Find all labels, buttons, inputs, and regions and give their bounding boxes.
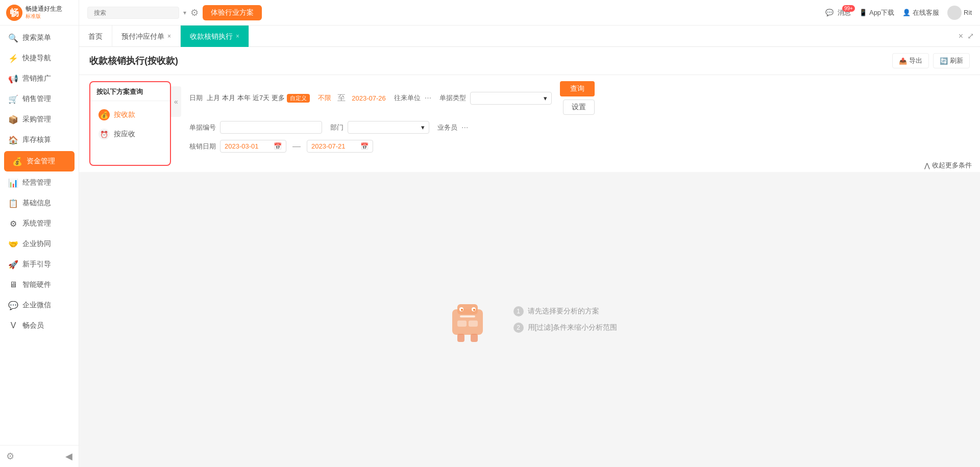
tip-text-2: 用[过滤]条件来缩小分析范围 bbox=[528, 323, 618, 332]
sidebar-item-11[interactable]: 🚀新手引导 bbox=[0, 254, 79, 275]
dept-field: 部门 ▾ bbox=[330, 121, 429, 134]
svg-point-5 bbox=[473, 309, 475, 311]
date-current-label: 2023-07-26 bbox=[352, 94, 386, 102]
sidebar-item-14[interactable]: V畅会员 bbox=[0, 315, 79, 336]
online-service-button[interactable]: 👤 在线客服 bbox=[902, 8, 939, 17]
sidebar-item-1[interactable]: ⚡快捷导航 bbox=[0, 48, 79, 68]
expand-icon[interactable]: ⤢ bbox=[967, 31, 974, 41]
app-edition: 标准版 bbox=[26, 13, 62, 20]
tab-receivable[interactable]: 收款核销执行 × bbox=[181, 26, 249, 47]
dept-label: 部门 bbox=[330, 123, 344, 132]
date-field: 日期 上月 本月 本年 近7天 更多 自定义 bbox=[189, 93, 310, 103]
sidebar-item-label-11: 新手引导 bbox=[22, 260, 51, 269]
solution-button[interactable]: 体验行业方案 bbox=[203, 5, 262, 20]
sidebar-item-9[interactable]: ⚙系统管理 bbox=[0, 213, 79, 234]
verify-date-end-value: 2023-07-21 bbox=[311, 142, 346, 150]
page-title: 收款核销执行(按收款) bbox=[89, 55, 178, 73]
sidebar-item-0[interactable]: 🔍搜索菜单 bbox=[0, 28, 79, 48]
sidebar-item-13[interactable]: 💬企业微信 bbox=[0, 295, 79, 315]
sidebar-item-label-9: 系统管理 bbox=[22, 219, 51, 228]
collapse-sidebar-icon[interactable]: ◀ bbox=[65, 451, 72, 462]
username: Rit bbox=[964, 9, 972, 16]
refresh-button[interactable]: 🔄 刷新 bbox=[933, 53, 970, 68]
sidebar-item-4[interactable]: 📦采购管理 bbox=[0, 109, 79, 130]
user-profile[interactable]: Rit bbox=[947, 6, 972, 20]
this-year-link[interactable]: 本年 bbox=[237, 93, 251, 103]
sidebar-item-icon-1: ⚡ bbox=[8, 53, 18, 63]
sidebar-item-icon-9: ⚙ bbox=[8, 218, 18, 229]
staff-ellipsis[interactable]: ··· bbox=[461, 123, 468, 132]
gear-icon[interactable]: ⚙ bbox=[190, 7, 199, 18]
this-month-link[interactable]: 本月 bbox=[222, 93, 235, 103]
empty-tip-2: 2 用[过滤]条件来缩小分析范围 bbox=[513, 323, 618, 333]
message-badge: 99+ bbox=[842, 5, 855, 12]
sidebar-item-icon-11: 🚀 bbox=[8, 259, 18, 269]
doc-type-field: 单据类型 ▾ bbox=[439, 92, 552, 105]
message-button[interactable]: 💬 99+ 消息 bbox=[825, 8, 851, 17]
setting-button[interactable]: 设置 bbox=[563, 100, 595, 115]
export-icon: 📤 bbox=[899, 57, 907, 65]
page-header: 收款核销执行(按收款) 📤 导出 🔄 刷新 bbox=[79, 47, 980, 75]
last-month-link[interactable]: 上月 bbox=[207, 93, 220, 103]
more-date-link[interactable]: 更多 bbox=[272, 93, 285, 103]
settings-icon[interactable]: ⚙ bbox=[6, 451, 14, 462]
sidebar-item-5[interactable]: 🏠库存核算 bbox=[0, 130, 79, 150]
header-actions: 📤 导出 🔄 刷新 bbox=[892, 53, 970, 75]
collapse-filter-button[interactable]: « bbox=[171, 86, 181, 117]
dept-select[interactable]: ▾ bbox=[348, 121, 429, 134]
empty-state: 1 请先选择要分析的方案 2 用[过滤]条件来缩小分析范围 bbox=[79, 172, 980, 467]
topbar-left: ▾ ⚙ 体验行业方案 bbox=[87, 5, 262, 20]
verify-date-start-input[interactable]: 2023-03-01 📅 bbox=[220, 140, 286, 153]
filter-form: 日期 上月 本月 本年 近7天 更多 自定义 不限 至 2023 bbox=[181, 81, 980, 172]
sidebar-item-6[interactable]: 💰资金管理 bbox=[4, 151, 75, 171]
dept-arrow: ▾ bbox=[421, 124, 425, 131]
tab-home[interactable]: 首页 bbox=[79, 26, 112, 47]
sidebar-item-12[interactable]: 🖥智能硬件 bbox=[0, 275, 79, 295]
sidebar-bottom: ⚙ ◀ bbox=[0, 445, 79, 467]
sidebar-item-2[interactable]: 📢营销推广 bbox=[0, 68, 79, 89]
close-tab-icon[interactable]: × bbox=[959, 32, 963, 41]
doc-type-select[interactable]: ▾ bbox=[470, 92, 552, 105]
topbar: ▾ ⚙ 体验行业方案 💬 99+ 消息 📱 App下载 👤 在线客服 Rit bbox=[79, 0, 980, 26]
doc-no-input[interactable] bbox=[220, 121, 322, 134]
tip-text-1: 请先选择要分析的方案 bbox=[528, 307, 599, 316]
robot-svg bbox=[442, 294, 493, 345]
svg-rect-10 bbox=[471, 334, 478, 342]
app-download-button[interactable]: 📱 App下载 bbox=[859, 8, 894, 17]
verify-date-end-input[interactable]: 2023-07-21 📅 bbox=[307, 140, 373, 153]
dropdown-icon[interactable]: ▾ bbox=[183, 9, 186, 16]
refresh-icon: 🔄 bbox=[940, 57, 948, 65]
sidebar-item-label-7: 经营管理 bbox=[22, 178, 51, 187]
filter-option-by-receipt[interactable]: 💰 按收款 bbox=[90, 105, 170, 125]
app-logo: 畅 畅捷通好生意 标准版 bbox=[0, 0, 79, 26]
sidebar-item-10[interactable]: 🤝企业协同 bbox=[0, 234, 79, 254]
partner-ellipsis[interactable]: ··· bbox=[425, 93, 431, 103]
custom-date-badge[interactable]: 自定义 bbox=[287, 94, 310, 103]
sidebar-item-3[interactable]: 🛒销售管理 bbox=[0, 89, 79, 109]
sidebar: 畅 畅捷通好生意 标准版 🔍搜索菜单⚡快捷导航📢营销推广🛒销售管理📦采购管理🏠库… bbox=[0, 0, 79, 467]
sidebar-item-label-1: 快捷导航 bbox=[22, 54, 51, 63]
sidebar-item-label-4: 采购管理 bbox=[22, 115, 51, 124]
tab-controls: × ⤢ bbox=[959, 31, 980, 41]
search-input[interactable] bbox=[87, 7, 179, 19]
sidebar-item-7[interactable]: 📊经营管理 bbox=[0, 173, 79, 193]
tab-prepay[interactable]: 预付冲应付单 × bbox=[112, 26, 181, 47]
receipt-icon: 💰 bbox=[99, 109, 110, 120]
last-7days-link[interactable]: 近7天 bbox=[253, 93, 270, 103]
filter-area: 按以下方案查询 💰 按收款 ⏰ 按应收 « 日期 bbox=[79, 75, 980, 172]
sidebar-item-label-12: 智能硬件 bbox=[22, 280, 51, 289]
query-button[interactable]: 查询 bbox=[560, 81, 595, 96]
tab-prepay-label: 预付冲应付单 bbox=[121, 26, 164, 47]
tab-receivable-close[interactable]: × bbox=[236, 26, 239, 47]
export-button[interactable]: 📤 导出 bbox=[892, 53, 929, 68]
sidebar-item-icon-12: 🖥 bbox=[8, 280, 18, 290]
date-quick-links: 上月 本月 本年 近7天 更多 自定义 bbox=[207, 93, 310, 103]
verify-date-label: 核销日期 bbox=[189, 142, 216, 151]
sidebar-item-label-0: 搜索菜单 bbox=[22, 33, 51, 42]
filter-option-by-receivable[interactable]: ⏰ 按应收 bbox=[90, 125, 170, 144]
collapse-more-button[interactable]: ⋀ 收起更多条件 bbox=[189, 159, 972, 172]
tab-prepay-close[interactable]: × bbox=[167, 26, 171, 47]
sidebar-item-icon-7: 📊 bbox=[8, 178, 18, 188]
sidebar-item-8[interactable]: 📋基础信息 bbox=[0, 193, 79, 213]
partner-label: 往来单位 bbox=[394, 93, 421, 103]
